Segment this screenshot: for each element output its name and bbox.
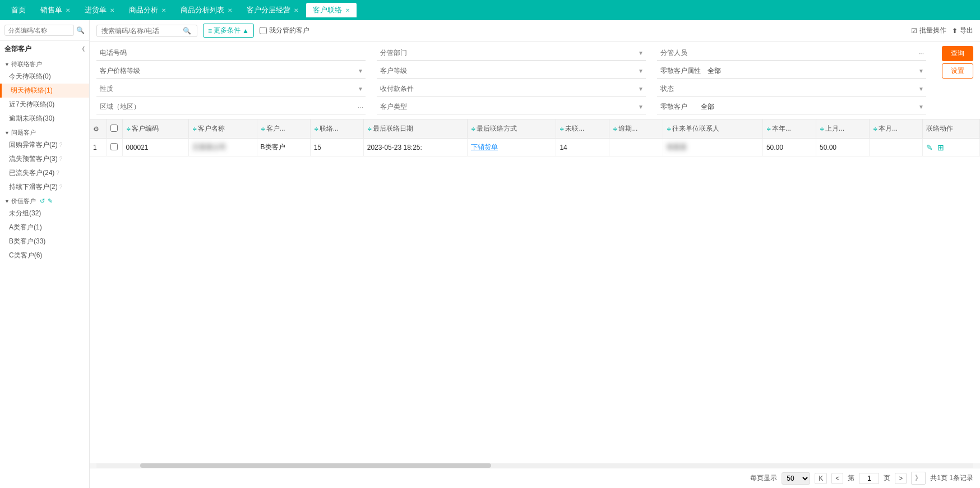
help-icon-1[interactable]: ? — [59, 156, 63, 162]
status-dropdown-icon[interactable]: ▼ — [918, 86, 924, 92]
region-ellipsis[interactable]: ··· — [358, 103, 363, 111]
edit-action-icon[interactable]: ✎ — [926, 143, 933, 152]
sidebar-item-class-a[interactable]: A类客户(1) — [0, 220, 89, 234]
cell-current-month — [870, 139, 923, 156]
nav-customer-layer[interactable]: 客户分层经营 ✕ — [240, 3, 305, 17]
sidebar-item-today-pending[interactable]: 今天待联络(0) — [0, 70, 89, 84]
close-analysis-icon[interactable]: ✕ — [161, 7, 166, 13]
close-analysis-list-icon[interactable]: ✕ — [228, 7, 232, 13]
problem-group-label: ▼ 问题客户 — [0, 126, 89, 138]
sidebar-item-tomorrow-pending[interactable]: 明天待联络(1) — [0, 84, 89, 98]
sidebar-item-class-b[interactable]: B类客户(33) — [0, 234, 89, 248]
cell-current-year: 50.00 — [762, 139, 816, 156]
query-button[interactable]: 查询 — [942, 46, 973, 61]
col-customer-code[interactable]: ≑客户编码 — [122, 119, 188, 139]
nav-purchase[interactable]: 进货单 ✕ — [78, 3, 121, 17]
sidebar-item-7day-pending[interactable]: 近7天待联络(0) — [0, 98, 89, 112]
first-page-button[interactable]: K — [815, 473, 827, 484]
last-page-button[interactable]: 》 — [911, 472, 926, 485]
close-customer-layer-icon[interactable]: ✕ — [294, 7, 298, 13]
sidebar-item-churn-warning[interactable]: 流失预警客户(3) ? — [0, 152, 89, 166]
search-icon[interactable]: 🔍 — [183, 27, 191, 35]
cell-contact-count: 15 — [310, 139, 363, 156]
help-icon-0[interactable]: ? — [59, 142, 63, 148]
sidebar-item-repurchase-anomaly[interactable]: 回购异常客户(2) ? — [0, 138, 89, 152]
sidebar-item-ungrouped[interactable]: 未分组(32) — [0, 206, 89, 220]
col-checkbox — [107, 119, 122, 139]
col-last-month[interactable]: ≑上月... — [816, 119, 870, 139]
retail-attr-dropdown-icon[interactable]: ▼ — [918, 68, 924, 74]
all-customers-header[interactable]: 全部客户 《 — [0, 41, 89, 57]
scrollbar-thumb[interactable] — [140, 463, 491, 468]
more-conditions-button[interactable]: ≡ 更多条件 ▲ — [203, 24, 254, 38]
customer-type-dropdown-icon[interactable]: ▼ — [638, 104, 644, 110]
triangle-icon2: ▼ — [4, 130, 10, 136]
refresh-icon[interactable]: ↺ — [40, 197, 45, 205]
cell-customer-code: 000021 — [122, 139, 188, 156]
search-input[interactable] — [101, 27, 180, 35]
last-contact-link[interactable]: 下销货单 — [471, 143, 498, 151]
col-uncontacted[interactable]: ≑未联... — [556, 119, 609, 139]
batch-op-button[interactable]: ☑ 批量操作 — [911, 26, 946, 35]
edit-icon[interactable]: ✎ — [48, 197, 53, 205]
help-icon-2[interactable]: ? — [56, 170, 59, 176]
col-current-year[interactable]: ≑本年... — [762, 119, 816, 139]
nav-analysis[interactable]: 商品分析 ✕ — [122, 3, 173, 17]
nav-customer-contact[interactable]: 客户联络 ✕ — [306, 3, 357, 17]
my-customers-checkbox[interactable] — [260, 27, 267, 34]
sidebar-item-overdue-pending[interactable]: 逾期未联络(30) — [0, 112, 89, 126]
settings-button[interactable]: 设置 — [942, 63, 973, 79]
filter-right-actions: ☑ 批量操作 ⬆ 导出 — [911, 26, 973, 35]
next-page-button[interactable]: > — [895, 473, 907, 484]
col-contact-person[interactable]: ≑往来单位联系人 — [663, 119, 762, 139]
col-customer-name[interactable]: ≑客户名称 — [188, 119, 257, 139]
manager-ellipsis[interactable]: ··· — [918, 49, 924, 57]
close-purchase-icon[interactable]: ✕ — [110, 7, 114, 13]
customer-level-dropdown-icon[interactable]: ▼ — [638, 68, 644, 74]
retail-customer-dropdown-icon[interactable]: ▼ — [918, 104, 924, 110]
dept-dropdown-icon[interactable]: ▼ — [638, 50, 644, 56]
col-last-contact-method[interactable]: ≑最后联络方式 — [467, 119, 556, 139]
export-icon: ⬆ — [952, 27, 958, 35]
sidebar-search-icon[interactable]: 🔍 — [76, 26, 85, 34]
page-size-select[interactable]: 50 100 200 — [782, 472, 810, 485]
close-customer-contact-icon[interactable]: ✕ — [345, 7, 350, 13]
sidebar: 🔍 全部客户 《 ▼ 待联络客户 今天待联络(0) 明天待联络(1) 近7天待联… — [0, 20, 90, 488]
nav-analysis-list[interactable]: 商品分析列表 ✕ — [174, 3, 239, 17]
table-row: 1 000021 王某某公司 B类客户 15 2023-05-23 18:25:… — [90, 139, 980, 156]
prev-page-button[interactable]: < — [831, 473, 843, 484]
collapse-icon: 《 — [79, 45, 85, 53]
col-customer-type[interactable]: ≑客户... — [257, 119, 310, 139]
col-current-month[interactable]: ≑本月... — [870, 119, 923, 139]
sidebar-item-churned[interactable]: 已流失客户(24) ? — [0, 166, 89, 180]
nav-sales[interactable]: 销售单 ✕ — [34, 3, 77, 17]
data-table-container: ⚙ ≑客户编码 ≑客户名称 ≑客户... ≑联络... ≑最后联络日期 ≑最后联… — [90, 119, 980, 463]
close-sales-icon[interactable]: ✕ — [66, 7, 70, 13]
payment-dropdown-icon[interactable]: ▼ — [638, 86, 644, 92]
sidebar-item-declining[interactable]: 持续下滑客户(2) ? — [0, 180, 89, 194]
more-action-icon[interactable]: ⊞ — [937, 143, 944, 152]
price-level-dropdown-icon[interactable]: ▼ — [358, 68, 363, 74]
col-last-contact-date[interactable]: ≑最后联络日期 — [363, 119, 467, 139]
nature-dropdown-icon[interactable]: ▼ — [358, 86, 363, 92]
sidebar-search-input[interactable] — [4, 25, 74, 36]
page-suffix: 页 — [884, 473, 890, 483]
nav-home[interactable]: 首页 — [4, 3, 33, 17]
customer-table: ⚙ ≑客户编码 ≑客户名称 ≑客户... ≑联络... ≑最后联络日期 ≑最后联… — [90, 119, 980, 156]
col-contact-count[interactable]: ≑联络... — [310, 119, 363, 139]
horizontal-scrollbar[interactable] — [96, 463, 973, 468]
sidebar-item-class-c[interactable]: C类客户(6) — [0, 248, 89, 263]
help-icon-3[interactable]: ? — [59, 184, 63, 190]
my-customers-checkbox-label[interactable]: 我分管的客户 — [260, 26, 309, 35]
page-size-label: 每页显示 — [750, 473, 777, 483]
select-all-checkbox[interactable] — [110, 125, 118, 132]
col-actions: 联络动作 — [923, 119, 980, 139]
page-number-input[interactable] — [859, 473, 879, 484]
export-button[interactable]: ⬆ 导出 — [952, 26, 973, 35]
cell-index: 1 — [90, 139, 107, 156]
col-settings[interactable]: ⚙ — [90, 119, 107, 139]
row-checkbox[interactable] — [110, 143, 118, 150]
filter-bar: 🔍 ≡ 更多条件 ▲ 我分管的客户 ☑ 批量操作 ⬆ 导出 — [90, 20, 980, 42]
chevron-up-icon: ▲ — [242, 27, 249, 35]
col-overdue[interactable]: ≑逾期... — [609, 119, 663, 139]
